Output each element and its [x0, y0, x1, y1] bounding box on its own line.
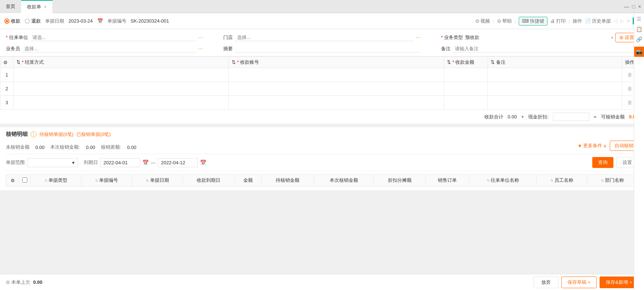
th-staff: ⇅ 员工名称: [537, 175, 587, 187]
tab-home[interactable]: 首页: [0, 0, 21, 13]
store-input[interactable]: [235, 34, 413, 41]
row-2-account[interactable]: [229, 82, 444, 96]
counterpart-input[interactable]: [30, 34, 196, 41]
row-1-account[interactable]: [229, 68, 444, 82]
done-tab[interactable]: 已核销单据(0笔): [76, 131, 111, 138]
radio-refund[interactable]: 退款: [25, 18, 41, 24]
row-3-account[interactable]: [229, 96, 444, 110]
query-button[interactable]: 查询: [592, 157, 613, 168]
date-from-input[interactable]: [100, 158, 140, 167]
counterpart-dots[interactable]: ···: [198, 35, 203, 40]
nav-prev-icon[interactable]: ◁: [614, 18, 617, 24]
required-star2: *: [441, 35, 443, 40]
delete-icon2[interactable]: 🗑: [627, 86, 632, 91]
tab-receipt-label: 收款单: [27, 4, 41, 10]
order-info-value: 0.00: [33, 279, 42, 285]
row-1-remark[interactable]: [488, 68, 622, 82]
detail-table: ⚙ ⇅ 单据类型 ⇅ 单据编号 ⇅ 单据日期 收款到期日: [6, 174, 638, 187]
data-table-section: ⚙ ⇅ * 结算方式 ⇅ * 收款账号 ⇅ * 收款金额: [0, 56, 644, 110]
plus-sign: +: [521, 114, 524, 119]
select-all-checkbox[interactable]: [22, 177, 27, 183]
table-gear-icon[interactable]: ⚙: [3, 60, 8, 65]
toolbar-history[interactable]: 📄 历史单据: [585, 18, 611, 24]
row-3-remark[interactable]: [488, 96, 622, 110]
th-settle-label: *: [22, 59, 24, 65]
row-2-amount[interactable]: [444, 82, 488, 96]
sidebar-doc-icon[interactable]: 📋: [636, 26, 642, 32]
table-row: 2 🗑 ⧉: [0, 82, 644, 96]
business-type-chevron-icon[interactable]: ▾: [611, 36, 613, 40]
business-type-value: 预收款: [465, 34, 609, 41]
summary-input[interactable]: [235, 45, 420, 52]
verify-tabs: 待核销单据(0笔) 已核销单据(0笔): [39, 131, 111, 138]
toolbar-shortcut[interactable]: ⌨ 快捷键: [519, 17, 547, 26]
remark-col: 备注: [441, 45, 638, 52]
verify-section: 核销明细 i 待核销单据(0笔) 已核销单据(0笔) 未核销金额 0.00 本次…: [0, 127, 644, 190]
nav-next-icon[interactable]: ▷: [620, 18, 624, 24]
abandon-button[interactable]: 放弃: [534, 277, 558, 288]
tab-receipt[interactable]: 收款单 ×: [21, 0, 53, 13]
save-draft-button[interactable]: 保存草稿 ∧: [561, 277, 597, 288]
date-to-input[interactable]: [158, 158, 198, 167]
maximize-icon[interactable]: □: [632, 4, 635, 9]
store-dots[interactable]: ···: [416, 35, 420, 40]
form-row-2: 业务员 ··· 摘要 备注: [6, 45, 638, 52]
verify-title-row: 核销明细 i 待核销单据(0笔) 已核销单据(0笔): [6, 131, 638, 138]
delete-icon3[interactable]: 🗑: [627, 99, 632, 105]
row-1-num: 1: [0, 68, 13, 82]
staff-dots[interactable]: ···: [198, 46, 203, 52]
cal-from-icon[interactable]: 📅: [142, 160, 149, 165]
save-new-button[interactable]: 保存&新增 ∧: [600, 277, 638, 288]
discount-input[interactable]: [553, 113, 589, 121]
doc-date-icon[interactable]: 📅: [97, 18, 103, 24]
pending-tab[interactable]: 待核销单据(0笔): [39, 131, 74, 138]
toolbar-video[interactable]: ⊙ 视频: [475, 18, 490, 24]
minimize-icon[interactable]: —: [624, 4, 629, 9]
th-current-verify: 本次核销金额: [314, 175, 374, 187]
row-3-num: 3: [0, 96, 13, 110]
save-draft-chevron-icon: ∧: [588, 280, 590, 284]
row-2-settle[interactable]: [13, 82, 229, 96]
toolbar-operate[interactable]: 操作: [573, 18, 582, 24]
diff-label: 核销差额:: [101, 144, 121, 150]
toolbar-print[interactable]: 🖨 打印: [550, 18, 566, 24]
store-col: 门店 ···: [223, 34, 420, 41]
row-2-remark[interactable]: [488, 82, 622, 96]
toolbar-help[interactable]: ⊙ 帮助: [497, 18, 512, 24]
more-conditions-btn[interactable]: ▼ 更多条件 ∧: [577, 142, 607, 149]
th-doc-type: ⇅ 单据类型: [31, 175, 81, 187]
current-verify-value: 0.00: [86, 145, 95, 150]
gear-icon: ⚙: [619, 35, 624, 40]
th-doc-num: ⇅ 单据编号: [81, 175, 132, 187]
radio-receipt[interactable]: 收款: [4, 18, 20, 24]
tab-close-icon[interactable]: ×: [44, 4, 47, 9]
sort-icon3: ⇅: [447, 59, 451, 65]
row-3-settle[interactable]: [13, 96, 229, 110]
th-pending-verify: 待核销金额: [262, 175, 314, 187]
row-3-amount[interactable]: [444, 96, 488, 110]
sidebar-camera-icon[interactable]: 📷: [634, 47, 644, 57]
layout-list-icon[interactable]: ≡: [627, 18, 630, 24]
row-1-settle[interactable]: [13, 68, 229, 82]
row-1-amount[interactable]: [444, 68, 488, 82]
shortcut-icon: ⌨: [522, 18, 529, 24]
business-type-label: * 业务类型: [441, 34, 463, 41]
delete-icon[interactable]: 🗑: [627, 72, 632, 78]
th-amount: 金额: [235, 175, 262, 187]
sidebar-table-icon[interactable]: ☰: [637, 16, 641, 22]
equals-sign: =: [594, 114, 597, 119]
verifiable-label: 可核销金额: [601, 114, 625, 120]
cal-to-icon[interactable]: 📅: [200, 160, 206, 165]
staff-input[interactable]: [22, 45, 196, 52]
sidebar-link-icon[interactable]: 🔗: [636, 36, 642, 42]
th-receipt-account: ⇅ * 收款账号: [229, 57, 444, 68]
info-icon[interactable]: i: [31, 132, 36, 137]
close-icon[interactable]: ×: [638, 4, 641, 9]
remark-input[interactable]: [453, 45, 638, 52]
sep1: |: [493, 18, 494, 24]
detail-gear-icon[interactable]: ⚙: [11, 178, 15, 183]
staff-label: 业务员: [6, 46, 20, 52]
radio-receipt-label: 收款: [11, 18, 20, 24]
range-select[interactable]: ▾: [27, 158, 78, 167]
tab-controls: — □ ×: [624, 4, 644, 9]
